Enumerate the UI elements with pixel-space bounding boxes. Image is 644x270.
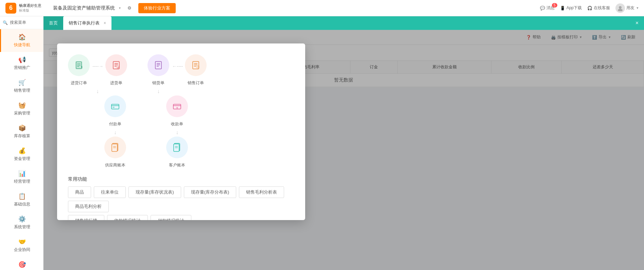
- svg-rect-20: [155, 61, 161, 69]
- svg-point-1: [618, 9, 623, 11]
- svg-rect-13: [111, 104, 119, 109]
- sale-row: 销货单 ← - - - - 销售订单: [147, 54, 207, 86]
- logo-icon: 6: [5, 3, 16, 14]
- supplier-area: 供应商账本: [104, 137, 126, 168]
- supplier-arrow-down: ↓: [114, 128, 117, 137]
- customer-arrow-down: ↓: [176, 128, 178, 137]
- func-btn-payment-stats[interactable]: 付款情况统计: [151, 215, 191, 220]
- sale-order-label: 销售订单: [188, 80, 204, 86]
- search-icon: 🔍: [3, 20, 8, 25]
- sidebar-search[interactable]: 🔍 搜索菜单: [0, 16, 43, 29]
- sale-flow: 销货单 ← - - - - 销售订单: [147, 54, 207, 168]
- user-menu[interactable]: 用友 ▾: [615, 3, 639, 13]
- quick-nav-icon: 🏠: [18, 33, 26, 41]
- tab-home[interactable]: 首页: [43, 16, 63, 30]
- payment-bill-node[interactable]: 付款单: [104, 95, 126, 127]
- tab-bar-close-btn[interactable]: ×: [636, 20, 639, 26]
- sale-order-node[interactable]: 销售订单: [185, 54, 207, 86]
- func-btn-sales-rank[interactable]: 销售排行榜: [68, 215, 104, 220]
- functions-title: 常用功能: [68, 176, 294, 182]
- purchase-bill-node[interactable]: ✓ 进货单: [105, 54, 127, 86]
- func-btn-receipt-stats[interactable]: 收款情况统计: [107, 215, 148, 220]
- functions-section: 常用功能 商品 往来单位 现存量(库存状况表) 现存量(库存分布表) 销售毛利分…: [68, 176, 294, 220]
- purchase-order-label: 进货订单: [71, 80, 87, 86]
- inventory-icon: 📦: [18, 124, 26, 132]
- avatar: [615, 3, 625, 13]
- svg-rect-15: [112, 107, 115, 108]
- payment-area: 付款单: [104, 95, 126, 127]
- customer-ledger-node[interactable]: 客户账本: [166, 137, 188, 168]
- svg-text:✓: ✓: [117, 67, 119, 69]
- app-download-btn[interactable]: 📱 App下载: [560, 5, 582, 11]
- modal-overlay[interactable]: 进货订单 - - - - → ✓ 进货单: [43, 30, 644, 270]
- sale-bill-node[interactable]: 销货单: [147, 54, 169, 86]
- customer-ledger-label: 客户账本: [169, 162, 185, 168]
- functions-grid: 商品 往来单位 现存量(库存状况表) 现存量(库存分布表) 销售毛利分析表 商品…: [68, 186, 294, 212]
- purchase-bill-circle: ✓: [105, 54, 127, 76]
- content-main: ❓ 帮助 🖨️ 按模板打印 ▾ ⬆️ 导出 ▾ 🔄: [43, 30, 644, 270]
- purchase-order-node[interactable]: 进货订单: [68, 54, 90, 86]
- tab-close-btn[interactable]: ×: [104, 21, 106, 25]
- app-wrapper: 6 畅康通好生意 标准版 装备及固定资产辅助管理系统 ▾ ⚙ 体验行业方案 💬 …: [0, 0, 644, 270]
- func-btn-inventory-status[interactable]: 现存量(库存状况表): [128, 186, 181, 198]
- system-title-dropdown-icon[interactable]: ▾: [119, 6, 121, 10]
- receipt-bill-node[interactable]: ¥ 收款单: [166, 95, 188, 127]
- tab-sales-order[interactable]: 销售订单执行表 ×: [63, 16, 111, 30]
- message-btn[interactable]: 💬 消息 5: [540, 5, 555, 11]
- sidebar-item-marketing[interactable]: 📢 营销推广: [0, 52, 43, 75]
- message-icon: 💬: [540, 6, 545, 11]
- func-btn-goods[interactable]: 商品: [68, 186, 91, 198]
- receipt-area: ¥ 收款单: [166, 95, 188, 127]
- sales-icon: 🛒: [18, 79, 26, 86]
- supplier-ledger-circle: [104, 137, 126, 158]
- receipt-bill-circle: ¥: [166, 95, 188, 117]
- func-btn-partners[interactable]: 往来单位: [94, 186, 126, 198]
- sidebar-item-system[interactable]: ⚙️ 系统管理: [0, 211, 43, 234]
- logo-section: 6 畅康通好生意 标准版: [5, 3, 49, 14]
- sidebar-item-enterprise[interactable]: 🤝 企业协同: [0, 234, 43, 257]
- logo-text: 畅康通好生意: [19, 3, 41, 8]
- sale-order-circle: [185, 54, 207, 76]
- basic-info-icon: 📋: [18, 193, 26, 200]
- top-bar-actions: 💬 消息 5 📱 App下载 🎧 在线客服 用友 ▾: [540, 3, 639, 13]
- enterprise-icon: 🤝: [18, 238, 26, 246]
- payment-bill-label: 付款单: [109, 121, 121, 127]
- purchase-row: 进货订单 - - - - → ✓ 进货单: [68, 54, 127, 86]
- sidebar-item-quick-nav[interactable]: 🏠 快捷导航: [0, 29, 43, 52]
- sidebar-item-basic-info[interactable]: 📋 基础信息: [0, 188, 43, 211]
- sidebar-item-sales[interactable]: 🛒 销售管理: [0, 75, 43, 97]
- modal: 进货订单 - - - - → ✓ 进货单: [57, 43, 305, 220]
- supplier-ledger-node[interactable]: 供应商账本: [104, 137, 126, 168]
- flow-diagram: 进货订单 - - - - → ✓ 进货单: [68, 54, 294, 168]
- purchase-bill-label: 进货单: [110, 80, 122, 86]
- sidebar: 🔍 搜索菜单 🏠 快捷导航 📢 营销推广 🛒 销售管理 🧺 采购管理 📦: [0, 16, 43, 270]
- payment-bill-circle: [104, 95, 126, 117]
- func-btn-goods-gross[interactable]: 商品毛利分析: [68, 201, 109, 212]
- tab-bar: 首页 销售订单执行表 × ×: [43, 16, 644, 30]
- sidebar-item-inventory[interactable]: 📦 库存核算: [0, 120, 43, 143]
- guide-icon: 🎯: [18, 261, 26, 268]
- system-title: 装备及固定资产辅助管理系统: [53, 5, 115, 11]
- app-download-icon: 📱: [560, 6, 565, 11]
- experience-btn[interactable]: 体验行业方案: [138, 3, 176, 13]
- message-badge: 5: [552, 3, 557, 7]
- online-service-icon: 🎧: [587, 6, 592, 11]
- sidebar-item-finance[interactable]: 💰 资金管理: [0, 143, 43, 166]
- sidebar-item-operation[interactable]: 📊 经营管理: [0, 166, 43, 188]
- system-icon: ⚙️: [18, 215, 26, 223]
- func-btn-inventory-dist[interactable]: 现存量(库存分布表): [184, 186, 237, 198]
- settings-icon[interactable]: ⚙: [125, 3, 134, 13]
- supplier-ledger-label: 供应商账本: [105, 162, 125, 168]
- sidebar-item-purchase[interactable]: 🧺 采购管理: [0, 97, 43, 120]
- purchase-flow: 进货订单 - - - - → ✓ 进货单: [68, 54, 127, 168]
- logo-subtitle: 标准版: [19, 8, 41, 13]
- main-area: 🔍 搜索菜单 🏠 快捷导航 📢 营销推广 🛒 销售管理 🧺 采购管理 📦: [0, 16, 644, 270]
- sidebar-item-guide[interactable]: 🎯 新手引导: [0, 257, 43, 270]
- marketing-icon: 📢: [18, 56, 26, 64]
- purchase-icon: 🧺: [18, 102, 26, 109]
- purchase-arrow-dashed: - - - - →: [92, 64, 103, 77]
- svg-point-28: [196, 65, 199, 69]
- sale-bill-label: 销货单: [152, 80, 164, 86]
- online-service-btn[interactable]: 🎧 在线客服: [587, 5, 610, 11]
- func-btn-sales-gross[interactable]: 销售毛利分析表: [239, 186, 284, 198]
